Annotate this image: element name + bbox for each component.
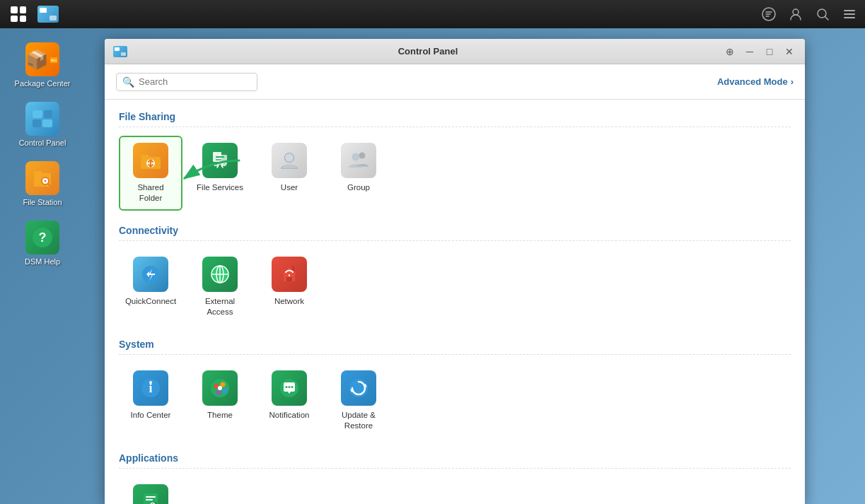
svg-rect-4 bbox=[844, 10, 855, 11]
taskbar-right-area bbox=[759, 4, 859, 24]
theme-icon bbox=[202, 370, 238, 406]
taskbar bbox=[0, 0, 865, 28]
external-access-label: External Access bbox=[195, 296, 245, 317]
system-grid: i Info Center bbox=[119, 363, 791, 438]
window-pin-button[interactable]: ⊕ bbox=[723, 45, 737, 59]
notification-label: Notification bbox=[269, 410, 310, 421]
connectivity-section: Connectivity Qui bbox=[119, 225, 791, 324]
svg-point-16 bbox=[45, 180, 47, 182]
applications-grid: IndexingService bbox=[119, 477, 791, 504]
svg-rect-55 bbox=[146, 499, 153, 500]
svg-point-27 bbox=[352, 153, 360, 161]
window-titlebar: Control Panel ⊕ ─ □ ✕ bbox=[105, 39, 805, 64]
user-icon[interactable] bbox=[786, 4, 806, 24]
applications-title: Applications bbox=[119, 452, 791, 469]
desktop-icon-list: PKG Package Center Control Panel bbox=[14, 42, 71, 266]
group-item[interactable]: Group bbox=[327, 136, 390, 211]
svg-point-1 bbox=[793, 9, 799, 15]
file-station-icon bbox=[25, 161, 59, 195]
file-sharing-title: File Sharing bbox=[119, 111, 791, 127]
network-icon bbox=[272, 257, 307, 292]
search-icon: 🔍 bbox=[122, 76, 134, 88]
indexing-service-icon bbox=[133, 484, 168, 504]
control-panel-taskbar-button[interactable] bbox=[35, 1, 61, 27]
dsm-help-icon: ? bbox=[25, 221, 59, 254]
info-center-label: Info Center bbox=[131, 410, 171, 421]
svg-point-47 bbox=[286, 386, 288, 388]
package-center-icon: PKG bbox=[25, 42, 59, 76]
user-item[interactable]: User bbox=[257, 136, 321, 211]
window-title: Control Panel bbox=[133, 46, 723, 57]
control-panel-taskbar-icon bbox=[37, 6, 59, 23]
file-sharing-section: File Sharing bbox=[119, 111, 791, 211]
window-content: File Sharing bbox=[105, 100, 805, 504]
svg-point-49 bbox=[291, 386, 294, 388]
window-toolbar: 🔍 Advanced Mode › bbox=[105, 64, 805, 100]
notification-icon bbox=[272, 370, 307, 406]
update-restore-item[interactable]: Update &Restore bbox=[327, 363, 390, 438]
arrow-indicator bbox=[179, 157, 243, 192]
svg-point-26 bbox=[285, 153, 294, 162]
message-icon[interactable] bbox=[759, 4, 779, 24]
desktop: PKG Package Center Control Panel bbox=[0, 28, 865, 504]
svg-rect-11 bbox=[44, 110, 52, 118]
svg-text:?: ? bbox=[39, 230, 47, 245]
advanced-mode-label: Advanced Mode bbox=[717, 76, 788, 87]
svg-text:PKG: PKG bbox=[51, 59, 57, 62]
control-panel-desktop-icon bbox=[25, 102, 59, 136]
network-label: Network bbox=[274, 296, 304, 307]
user-icon-cp bbox=[272, 143, 307, 178]
window-minimize-button[interactable]: ─ bbox=[743, 45, 757, 59]
shared-folder-item[interactable]: SharedFolder bbox=[119, 136, 182, 211]
system-section: System i Info Center bbox=[119, 339, 791, 438]
svg-point-48 bbox=[289, 386, 291, 388]
svg-point-45 bbox=[218, 386, 222, 390]
control-panel-desktop-label: Control Panel bbox=[19, 139, 66, 147]
search-box[interactable]: 🔍 bbox=[116, 73, 257, 91]
control-panel-window: Control Panel ⊕ ─ □ ✕ 🔍 Advanced Mode › bbox=[105, 39, 805, 504]
advanced-mode-chevron: › bbox=[791, 76, 794, 87]
menu-icon[interactable] bbox=[840, 4, 859, 24]
dsm-help-label: DSM Help bbox=[25, 257, 60, 266]
quickconnect-item[interactable]: QuickConnect bbox=[119, 250, 182, 324]
svg-line-3 bbox=[825, 17, 829, 20]
network-item[interactable]: Network bbox=[257, 250, 321, 324]
theme-label: Theme bbox=[207, 410, 233, 421]
svg-rect-6 bbox=[844, 17, 855, 18]
connectivity-grid: QuickConnect bbox=[119, 250, 791, 324]
external-access-item[interactable]: External Access bbox=[188, 250, 252, 324]
desktop-icon-package-center[interactable]: PKG Package Center bbox=[14, 42, 71, 88]
svg-point-28 bbox=[359, 153, 366, 159]
package-center-label: Package Center bbox=[15, 79, 71, 88]
app-grid-button[interactable] bbox=[6, 1, 31, 27]
advanced-mode-button[interactable]: Advanced Mode › bbox=[717, 76, 794, 87]
svg-rect-5 bbox=[844, 13, 855, 15]
notification-item[interactable]: Notification bbox=[257, 363, 321, 438]
search-taskbar-icon[interactable] bbox=[813, 4, 832, 24]
external-access-icon bbox=[202, 257, 238, 292]
update-restore-icon bbox=[341, 370, 376, 406]
indexing-service-item[interactable]: IndexingService bbox=[119, 477, 182, 504]
window-title-icon bbox=[113, 46, 127, 57]
desktop-icon-dsm-help[interactable]: ? DSM Help bbox=[14, 221, 71, 266]
group-label: Group bbox=[347, 182, 370, 193]
svg-rect-13 bbox=[42, 119, 52, 127]
theme-item[interactable]: Theme bbox=[188, 363, 252, 438]
quickconnect-icon bbox=[133, 257, 168, 292]
svg-rect-36 bbox=[292, 266, 294, 270]
window-controls: ⊕ ─ □ ✕ bbox=[723, 45, 796, 59]
update-restore-label: Update &Restore bbox=[342, 410, 376, 431]
info-center-item[interactable]: i Info Center bbox=[119, 363, 182, 438]
search-input[interactable] bbox=[139, 76, 251, 87]
desktop-icon-control-panel[interactable]: Control Panel bbox=[14, 102, 71, 147]
system-title: System bbox=[119, 339, 791, 355]
window-maximize-button[interactable]: □ bbox=[762, 45, 777, 59]
svg-point-39 bbox=[149, 381, 152, 384]
grid-icon bbox=[11, 6, 26, 22]
user-label: User bbox=[281, 182, 298, 193]
applications-section: Applications bbox=[119, 452, 791, 504]
desktop-icon-file-station[interactable]: File Station bbox=[14, 161, 71, 206]
window-close-button[interactable]: ✕ bbox=[782, 45, 796, 59]
svg-point-43 bbox=[223, 388, 228, 393]
info-center-icon: i bbox=[133, 370, 168, 406]
